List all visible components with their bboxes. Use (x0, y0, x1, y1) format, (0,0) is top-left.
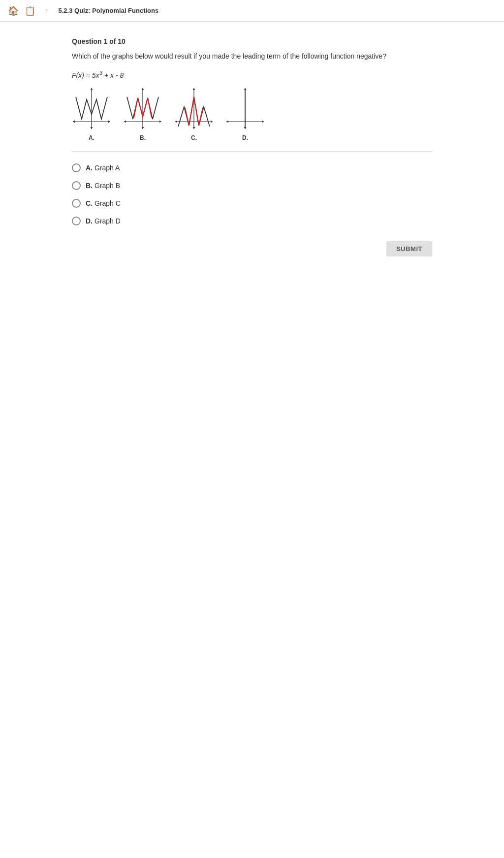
graph-d-label: D. (242, 134, 248, 141)
navbar: 🏠 📋 ↑ 5.2.3 Quiz: Polynomial Functions (0, 0, 504, 22)
svg-marker-13 (211, 120, 213, 123)
option-d-text: D.Graph D (86, 217, 121, 225)
svg-marker-4 (91, 88, 93, 90)
option-a-text: A.Graph A (86, 164, 120, 172)
option-b[interactable]: B.Graph B (72, 181, 432, 190)
svg-marker-1 (108, 120, 110, 123)
submit-row: SUBMIT (72, 241, 432, 256)
graph-c-label: C. (191, 134, 197, 141)
svg-marker-17 (193, 127, 195, 129)
svg-marker-7 (159, 120, 161, 123)
home-icon[interactable]: 🏠 (8, 5, 19, 16)
svg-marker-8 (124, 120, 126, 123)
svg-marker-16 (193, 88, 195, 90)
graph-b: B. (123, 87, 162, 141)
svg-marker-10 (142, 88, 144, 90)
nav-arrow-icon: ↑ (45, 7, 49, 14)
svg-marker-14 (175, 120, 177, 123)
option-c[interactable]: C.Graph C (72, 199, 432, 208)
submit-button[interactable]: SUBMIT (386, 241, 432, 256)
svg-marker-11 (142, 127, 144, 129)
option-a-radio[interactable] (72, 163, 81, 172)
upload-icon[interactable]: 📋 (25, 5, 35, 16)
graph-b-label: B. (140, 134, 146, 141)
function-text: F(x) = 5x3 + x - 8 (72, 69, 432, 79)
svg-marker-19 (262, 120, 264, 123)
navbar-icons: 🏠 📋 (8, 5, 35, 16)
option-c-radio[interactable] (72, 199, 81, 208)
option-c-text: C.Graph C (86, 199, 121, 207)
svg-marker-2 (73, 120, 75, 123)
graph-a: A. (72, 87, 111, 141)
question-text: Which of the graphs below would result i… (72, 51, 432, 62)
svg-marker-5 (91, 127, 93, 129)
option-b-text: B.Graph B (86, 182, 120, 190)
svg-marker-20 (226, 120, 228, 123)
option-d-radio[interactable] (72, 217, 81, 225)
options-container: A.Graph A B.Graph B C.Graph C D.Graph D (72, 163, 432, 225)
option-d[interactable]: D.Graph D (72, 217, 432, 225)
graph-d: D. (225, 87, 265, 141)
navbar-title: 5.2.3 Quiz: Polynomial Functions (59, 7, 159, 14)
main-content: Question 1 of 10 Which of the graphs bel… (60, 22, 444, 272)
option-b-radio[interactable] (72, 181, 81, 190)
graph-c: C. (174, 87, 214, 141)
option-a[interactable]: A.Graph A (72, 163, 432, 172)
graph-a-label: A. (89, 134, 94, 141)
graphs-area: A. B. (72, 87, 432, 152)
question-label: Question 1 of 10 (72, 37, 432, 45)
